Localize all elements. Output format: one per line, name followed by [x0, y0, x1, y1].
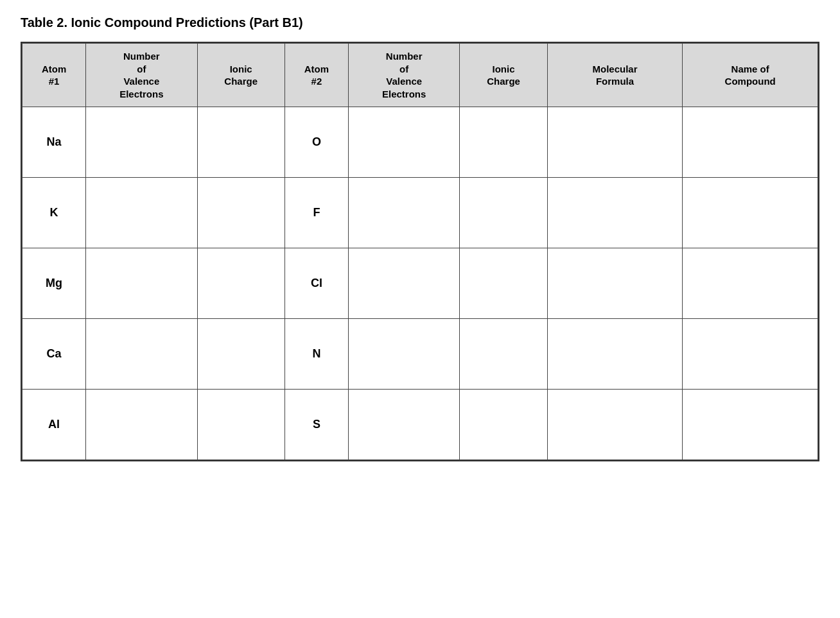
cell-formula-row0 [547, 107, 683, 178]
col-header-valence1: NumberofValenceElectrons [86, 44, 197, 107]
cell-valence2-row3 [348, 319, 459, 390]
cell-atom2-row4: S [284, 390, 348, 460]
cell-name-row4 [683, 390, 818, 460]
cell-valence1-row1 [86, 178, 197, 248]
cell-valence1-row3 [86, 319, 197, 390]
col-header-formula: MolecularFormula [547, 44, 683, 107]
col-header-ionic2: IonicCharge [460, 44, 547, 107]
cell-valence1-row4 [86, 390, 197, 460]
cell-ionic2-row3 [460, 319, 547, 390]
ionic-compound-table: Atom#1NumberofValenceElectronsIonicCharg… [22, 43, 818, 460]
page-title: Table 2. Ionic Compound Predictions (Par… [21, 15, 819, 30]
table-row: AlS [22, 390, 818, 460]
cell-atom2-row2: Cl [284, 248, 348, 319]
cell-atom2-row3: N [284, 319, 348, 390]
cell-atom1-row1: K [22, 178, 86, 248]
cell-ionic2-row1 [460, 178, 547, 248]
cell-name-row3 [683, 319, 818, 390]
cell-atom1-row2: Mg [22, 248, 86, 319]
table-row: MgCl [22, 248, 818, 319]
col-header-valence2: NumberofValenceElectrons [348, 44, 459, 107]
table-wrapper: Atom#1NumberofValenceElectronsIonicCharg… [21, 42, 819, 461]
cell-valence1-row0 [86, 107, 197, 178]
cell-formula-row1 [547, 178, 683, 248]
table-row: CaN [22, 319, 818, 390]
cell-atom1-row0: Na [22, 107, 86, 178]
cell-ionic2-row0 [460, 107, 547, 178]
col-header-name: Name ofCompound [683, 44, 818, 107]
cell-ionic1-row4 [197, 390, 284, 460]
cell-atom1-row3: Ca [22, 319, 86, 390]
cell-ionic2-row4 [460, 390, 547, 460]
cell-atom1-row4: Al [22, 390, 86, 460]
cell-ionic1-row3 [197, 319, 284, 390]
cell-valence1-row2 [86, 248, 197, 319]
cell-valence2-row1 [348, 178, 459, 248]
cell-name-row2 [683, 248, 818, 319]
cell-ionic2-row2 [460, 248, 547, 319]
cell-atom2-row0: O [284, 107, 348, 178]
table-row: KF [22, 178, 818, 248]
cell-valence2-row0 [348, 107, 459, 178]
cell-atom2-row1: F [284, 178, 348, 248]
cell-valence2-row4 [348, 390, 459, 460]
cell-formula-row2 [547, 248, 683, 319]
cell-formula-row4 [547, 390, 683, 460]
cell-name-row0 [683, 107, 818, 178]
col-header-atom2: Atom#2 [284, 44, 348, 107]
col-header-atom1: Atom#1 [22, 44, 86, 107]
cell-ionic1-row0 [197, 107, 284, 178]
cell-ionic1-row2 [197, 248, 284, 319]
col-header-ionic1: IonicCharge [197, 44, 284, 107]
cell-valence2-row2 [348, 248, 459, 319]
cell-name-row1 [683, 178, 818, 248]
table-row: NaO [22, 107, 818, 178]
cell-formula-row3 [547, 319, 683, 390]
cell-ionic1-row1 [197, 178, 284, 248]
